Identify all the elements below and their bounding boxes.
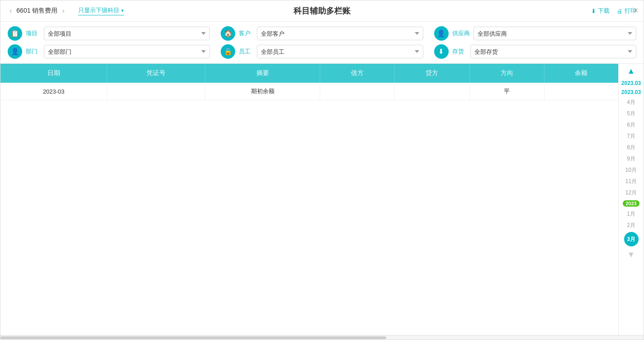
col-debit: 借方 [320, 64, 394, 83]
col-balance: 余额 [544, 64, 618, 83]
customer-select[interactable]: 全部客户 [257, 27, 423, 40]
timeline-month-8[interactable]: 8月 [619, 142, 644, 153]
employee-select[interactable]: 全部员工 [257, 45, 423, 58]
cell-date: 2023-03 [0, 83, 107, 100]
department-select[interactable]: 全部部门 [44, 45, 210, 58]
show-sub-button[interactable]: 只显示下级科目 ▾ [78, 6, 124, 15]
year-badge: 2023 [623, 200, 639, 207]
cell-balance [544, 83, 618, 100]
timeline-sidebar: ▲ 2023.03 2023.03 4月 5月 6月 7月 8月 9月 10月 … [618, 64, 644, 335]
supplier-label: 供应商 [452, 29, 470, 38]
table-header-row: 日期 凭证号 摘要 借方 贷方 方向 余额 [0, 64, 618, 83]
timeline-entry-top-1[interactable]: 2023.03 [619, 79, 644, 88]
timeline-month-4[interactable]: 4月 [619, 97, 644, 108]
timeline-month-5[interactable]: 5月 [619, 108, 644, 119]
supplier-icon: 👤 [434, 26, 449, 41]
timeline-month-12[interactable]: 12月 [619, 187, 644, 198]
print-icon: 🖨 [617, 8, 623, 14]
timeline-up-button[interactable]: ▲ [619, 64, 644, 79]
chevron-down-icon: ▼ [627, 250, 635, 260]
page-title: 科目辅助多栏账 [294, 5, 350, 16]
filter-supplier: 👤 供应商 全部供应商 [434, 26, 636, 41]
header: ‹ 6601 销售费用 › 只显示下级科目 ▾ 科目辅助多栏账 ⬇ 下载 🖨 打… [0, 0, 644, 22]
header-actions: ⬇ 下载 🖨 打印 × [591, 7, 636, 15]
next-account-button[interactable]: › [60, 6, 66, 16]
filter-employee: 🔒 员工 全部员工 [221, 44, 423, 59]
supplier-select[interactable]: 全部供应商 [474, 27, 636, 40]
department-label: 部门 [26, 47, 40, 56]
col-voucher: 凭证号 [107, 64, 205, 83]
employee-icon: 🔒 [221, 44, 235, 59]
timeline-down-button[interactable]: ▼ [619, 247, 644, 262]
col-summary: 摘要 [205, 64, 320, 83]
scroll-thumb [0, 336, 386, 339]
project-icon: 📋 [8, 26, 22, 41]
prev-account-button[interactable]: ‹ [8, 6, 14, 16]
timeline-month-11[interactable]: 11月 [619, 176, 644, 187]
download-label: 下载 [598, 7, 610, 15]
customer-label: 客户 [239, 29, 253, 38]
show-sub-label: 只显示下级科目 [78, 6, 119, 14]
timeline-month-3[interactable]: 3月 [624, 232, 639, 246]
content-area: 日期 凭证号 摘要 借方 贷方 方向 余额 2023-03 期初余额 [0, 64, 644, 335]
account-code: 6601 销售费用 [16, 7, 57, 15]
header-left: ‹ 6601 销售费用 › 只显示下级科目 ▾ [8, 6, 124, 16]
filter-department: 👤 部门 全部部门 [8, 44, 210, 59]
cell-credit [395, 83, 469, 100]
employee-label: 员工 [239, 47, 253, 56]
download-button[interactable]: ⬇ 下载 [591, 7, 610, 15]
horizontal-scrollbar[interactable] [0, 335, 644, 340]
timeline-month-2[interactable]: 2月 [619, 220, 644, 231]
table-row: 2023-03 期初余额 平 [0, 83, 618, 100]
chevron-up-icon: ▲ [627, 66, 635, 76]
main-table: 日期 凭证号 摘要 借方 贷方 方向 余额 2023-03 期初余额 [0, 64, 618, 100]
cell-summary: 期初余额 [205, 83, 320, 100]
col-direction: 方向 [469, 64, 544, 83]
inventory-icon: ⬇ [434, 44, 449, 59]
cell-debit [320, 83, 394, 100]
filter-project: 📋 项目 全部项目 [8, 26, 210, 41]
col-date: 日期 [0, 64, 107, 83]
filter-inventory: ⬇ 存货 全部存货 [434, 44, 636, 59]
chevron-down-icon: ▾ [121, 8, 124, 14]
timeline-entry-top-2[interactable]: 2023.03 [619, 88, 644, 97]
timeline-month-1[interactable]: 1月 [619, 208, 644, 220]
timeline-month-7[interactable]: 7月 [619, 131, 644, 142]
cell-voucher [107, 83, 205, 100]
department-icon: 👤 [8, 44, 22, 59]
close-button[interactable]: × [633, 6, 638, 15]
filter-customer: 🏠 客户 全部客户 [221, 26, 423, 41]
col-credit: 贷方 [395, 64, 469, 83]
table-area: 日期 凭证号 摘要 借方 贷方 方向 余额 2023-03 期初余额 [0, 64, 618, 335]
inventory-label: 存货 [452, 47, 467, 56]
timeline-month-10[interactable]: 10月 [619, 165, 644, 176]
cell-direction: 平 [469, 83, 544, 100]
inventory-select[interactable]: 全部存货 [470, 45, 636, 58]
project-select[interactable]: 全部项目 [44, 27, 210, 40]
project-label: 项目 [26, 29, 40, 38]
timeline-month-9[interactable]: 9月 [619, 153, 644, 165]
timeline-month-6[interactable]: 6月 [619, 119, 644, 131]
download-icon: ⬇ [591, 8, 596, 14]
customer-icon: 🏠 [221, 26, 235, 41]
filter-area: 📋 项目 全部项目 🏠 客户 全部客户 👤 供应商 全部供应商 👤 部门 全 [0, 22, 644, 64]
